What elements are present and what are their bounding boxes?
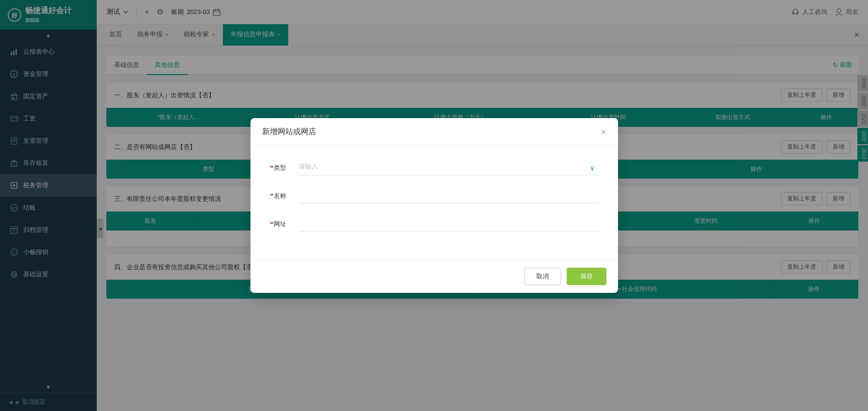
dialog-close-button[interactable]: × — [601, 128, 606, 137]
type-input[interactable] — [299, 161, 599, 172]
name-label: **名称 — [270, 192, 299, 200]
name-input[interactable] — [299, 189, 599, 200]
url-input[interactable] — [299, 217, 599, 228]
url-input-wrap — [299, 217, 599, 231]
dialog-overlay[interactable]: 新增网站或网店 × **类型 ∨ **名称 — [0, 0, 868, 411]
dialog-footer: 取消 保存 — [250, 259, 618, 293]
save-button[interactable]: 保存 — [567, 268, 606, 285]
form-row-name: **名称 — [270, 189, 599, 203]
type-label: **类型 — [270, 164, 299, 172]
dialog-body: **类型 ∨ **名称 **网址 — [250, 146, 618, 259]
cancel-button[interactable]: 取消 — [524, 268, 561, 285]
add-website-dialog: 新增网站或网店 × **类型 ∨ **名称 — [250, 118, 618, 293]
dialog-header: 新增网站或网店 × — [250, 118, 618, 146]
dialog-title: 新增网站或网店 — [262, 127, 316, 137]
url-label: **网址 — [270, 220, 299, 228]
form-row-type: **类型 ∨ — [270, 161, 599, 175]
form-row-url: **网址 — [270, 217, 599, 231]
name-input-wrap — [299, 189, 599, 203]
type-input-wrap: ∨ — [299, 161, 599, 175]
